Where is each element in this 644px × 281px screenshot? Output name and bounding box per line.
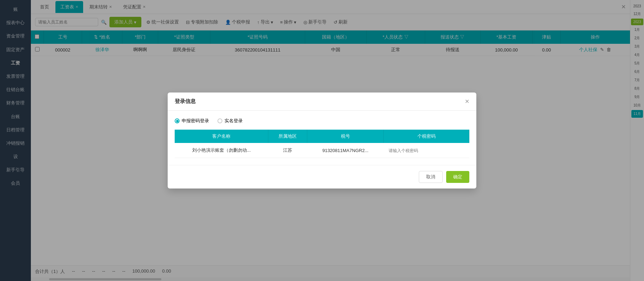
- confirm-button[interactable]: 确定: [446, 171, 469, 183]
- login-info-modal: 登录信息 ✕ 申报密码登录 实名登录 客户: [168, 92, 476, 189]
- modal-cell-tax-num: 91320811MA7NGR2...: [307, 143, 384, 158]
- modal-col-name: 客户名称: [175, 130, 268, 143]
- modal-col-password: 个税密码: [384, 130, 469, 143]
- modal-overlay[interactable]: 登录信息 ✕ 申报密码登录 实名登录 客户: [0, 0, 644, 281]
- radio-password-circle: [175, 118, 180, 123]
- modal-close-button[interactable]: ✕: [465, 98, 469, 105]
- modal-header: 登录信息 ✕: [168, 92, 476, 111]
- cancel-button[interactable]: 取消: [419, 171, 443, 183]
- modal-body: 申报密码登录 实名登录 客户名称 所属地区 税号 个税密码: [168, 111, 476, 165]
- radio-realname-login[interactable]: 实名登录: [217, 118, 243, 124]
- modal-table: 客户名称 所属地区 税号 个税密码 刘小艳演示账套（勿删勿动... 江苏 913…: [175, 130, 469, 158]
- radio-realname-circle: [217, 118, 222, 123]
- modal-col-tax-num: 税号: [307, 130, 384, 143]
- tax-password-input[interactable]: [389, 148, 464, 153]
- modal-cell-password[interactable]: [384, 143, 469, 158]
- modal-cell-name: 刘小艳演示账套（勿删勿动...: [175, 143, 268, 158]
- modal-title: 登录信息: [175, 98, 196, 105]
- modal-col-region: 所属地区: [268, 130, 307, 143]
- modal-footer: 取消 确定: [168, 165, 476, 189]
- modal-table-row: 刘小艳演示账套（勿删勿动... 江苏 91320811MA7NGR2...: [175, 143, 469, 158]
- radio-password-login[interactable]: 申报密码登录: [175, 118, 209, 124]
- login-type-radio-group: 申报密码登录 实名登录: [175, 118, 469, 124]
- modal-cell-region: 江苏: [268, 143, 307, 158]
